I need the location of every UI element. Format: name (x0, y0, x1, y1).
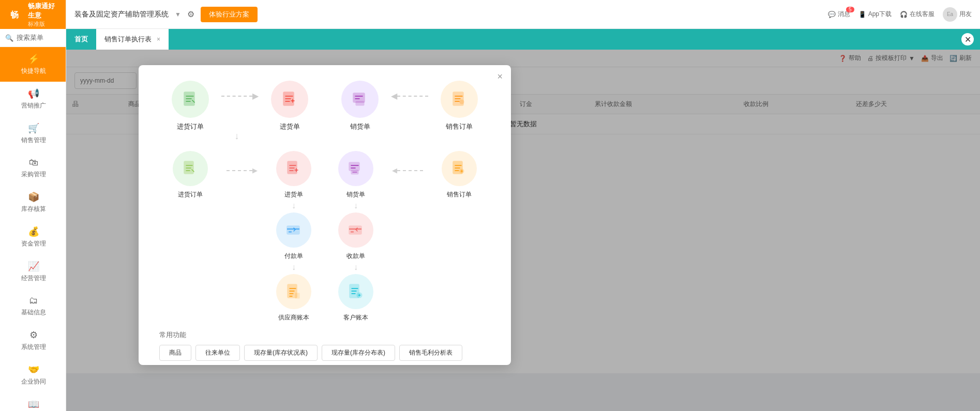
sidebar-item-label: 营销推广 (21, 101, 46, 110)
p-node[interactable]: 进货单 (263, 151, 325, 199)
so-node[interactable]: 销售订单 (428, 151, 490, 199)
sidebar-item-enterprise[interactable]: 🤝 企业协同 (0, 358, 66, 392)
marketing-icon: 📢 (28, 88, 39, 99)
func-btn-contacts[interactable]: 往来单位 (195, 345, 240, 361)
enterprise-icon: 🤝 (28, 364, 39, 375)
tab-close-icon[interactable]: × (157, 36, 160, 43)
message-button[interactable]: 💬 消息 5 (828, 10, 850, 19)
workflow-diagram: 进货订单 ▶ (139, 65, 511, 141)
arrow-payment-down: ↓ (292, 261, 296, 274)
dropdown-icon[interactable]: ▼ (175, 11, 181, 18)
sidebar-item-label: 采购管理 (21, 170, 46, 179)
sidebar-item-label: 基础信息 (21, 308, 46, 317)
sidebar-item-operations[interactable]: 📈 经营管理 (0, 254, 66, 289)
tab-home[interactable]: 首页 (66, 29, 96, 50)
supplier-ledger-node[interactable]: 供应商账本 (276, 274, 311, 322)
arrow-receipt-down: ↓ (354, 261, 358, 274)
s-node[interactable]: 销货单 (325, 151, 387, 199)
svg-rect-5 (356, 101, 364, 105)
popup-close-button[interactable]: × (497, 71, 503, 82)
sales-icon (341, 81, 379, 118)
sidebar-item-guide[interactable]: 📖 新手引导 (0, 392, 66, 411)
sidebar-item-label: 资金管理 (21, 239, 46, 248)
search-menu[interactable]: 🔍 搜索菜单 (0, 29, 66, 47)
system-title: 装备及固定资产辅助管理系统 (74, 10, 169, 19)
sidebar-item-sales[interactable]: 🛒 销售管理 (0, 116, 66, 151)
po-node[interactable]: 进货订单 (159, 151, 221, 199)
header-icons: 💬 消息 5 📱 App下载 🎧 在线客服 Ea 用友 (828, 7, 972, 22)
common-functions: 常用功能 商品 往来单位 现存量(库存状况表) 现存量(库存分布表) 销售毛利分… (139, 330, 511, 365)
user-name-label: 用友 (959, 10, 972, 19)
func-btn-goods[interactable]: 商品 (159, 345, 191, 361)
arrow-so-to-s: ◀ (392, 166, 423, 174)
s-label: 销货单 (346, 190, 365, 199)
sidebar-item-inventory[interactable]: 📦 库存核算 (0, 185, 66, 220)
workflow-clean: 进货订单 ▶ (139, 141, 511, 322)
sales-order-node[interactable]: 销售订单 (428, 81, 490, 131)
logo-text: 畅康通好生意 标准版 (28, 2, 61, 28)
sales-node[interactable]: 销货单 (329, 81, 391, 131)
popup-box: × (139, 65, 511, 365)
arrow-po-to-p: ▶ (227, 166, 258, 174)
svg-rect-14 (287, 226, 299, 234)
user-avatar[interactable]: Ea 用友 (943, 7, 972, 22)
receipt-label: 收款单 (346, 252, 365, 261)
guide-icon: 📖 (28, 399, 39, 410)
sidebar-item-quick-nav[interactable]: ⚡ 快捷导航 (0, 47, 66, 82)
sales-icon: 🛒 (28, 123, 39, 134)
func-btn-sales-profit[interactable]: 销售毛利分析表 (399, 345, 462, 361)
system-icon: ⚙ (29, 329, 38, 341)
sidebar: 畅 畅康通好生意 标准版 🔍 搜索菜单 ⚡ 快捷导航 📢 营销推广 🛒 销售管理… (0, 0, 66, 411)
purchase-node[interactable]: 进货单 (259, 81, 321, 131)
app-download-button[interactable]: 📱 App下载 (858, 10, 892, 19)
so-label: 销售订单 (447, 190, 472, 199)
popup-overlay[interactable]: × (66, 50, 980, 411)
sidebar-item-basic-info[interactable]: 🗂 基础信息 (0, 289, 66, 323)
online-service-label: 在线客服 (910, 10, 934, 19)
sales-label: 销货单 (350, 122, 370, 131)
avatar: Ea (943, 7, 957, 22)
purchase-label: 进货单 (280, 122, 300, 131)
svg-rect-17 (351, 231, 354, 233)
tab-sales-order[interactable]: 销售订单执行表 × (96, 29, 169, 50)
func-btn-stock-status[interactable]: 现存量(库存状况表) (244, 345, 318, 361)
customer-ledger-node[interactable]: 客户账本 (338, 274, 373, 322)
sales-order-label: 销售订单 (446, 122, 473, 131)
settings-icon[interactable]: ⚙ (187, 9, 194, 19)
sidebar-item-label: 快捷导航 (21, 67, 46, 75)
tab-close-window[interactable]: ✕ (961, 33, 974, 45)
tab-home-label: 首页 (74, 35, 88, 44)
svg-rect-15 (289, 231, 292, 233)
online-service-button[interactable]: 🎧 在线客服 (900, 10, 934, 19)
purchase-icon: 🛍 (29, 157, 38, 168)
sidebar-item-label: 经营管理 (21, 274, 46, 283)
tab-active-label: 销售订单执行表 (104, 35, 152, 44)
svg-rect-16 (349, 226, 361, 234)
sidebar-item-label: 系统管理 (21, 343, 46, 352)
try-button[interactable]: 体验行业方案 (201, 7, 258, 22)
payment-label: 付款单 (284, 252, 303, 261)
main-area: 装备及固定资产辅助管理系统 ▼ ⚙ 体验行业方案 💬 消息 5 📱 App下载 … (66, 0, 980, 411)
message-icon: 💬 (828, 11, 836, 18)
arrow-p-down: ↓ (292, 199, 296, 212)
app-download-label: App下载 (868, 10, 892, 19)
arrow-s-down: ↓ (354, 199, 358, 212)
func-btn-stock-dist[interactable]: 现存量(库存分布表) (322, 345, 395, 361)
svg-text:畅: 畅 (10, 10, 19, 19)
sidebar-item-finance[interactable]: 💰 资金管理 (0, 220, 66, 254)
content-area: ❓ 帮助 🖨 按模板打印 ▼ 📤 导出 🔄 刷新 (66, 50, 980, 411)
logo: 畅 畅康通好生意 标准版 (0, 0, 66, 29)
svg-point-7 (460, 100, 464, 104)
sidebar-item-marketing[interactable]: 📢 营销推广 (0, 82, 66, 116)
purchase-icon (271, 81, 308, 118)
basic-info-icon: 🗂 (29, 295, 38, 306)
workflow-row1: 进货订单 ▶ (159, 81, 490, 131)
payment-node[interactable]: 付款单 (276, 212, 311, 261)
service-icon: 🎧 (900, 11, 908, 18)
sales-order-icon (441, 81, 478, 118)
arrow-purchase-order-to-purchase: ▶ (221, 81, 259, 115)
sidebar-item-system[interactable]: ⚙ 系统管理 (0, 323, 66, 358)
purchase-order-node[interactable]: 进货订单 (159, 81, 221, 131)
sidebar-item-purchase[interactable]: 🛍 采购管理 (0, 151, 66, 185)
receipt-node[interactable]: 收款单 (338, 212, 373, 261)
